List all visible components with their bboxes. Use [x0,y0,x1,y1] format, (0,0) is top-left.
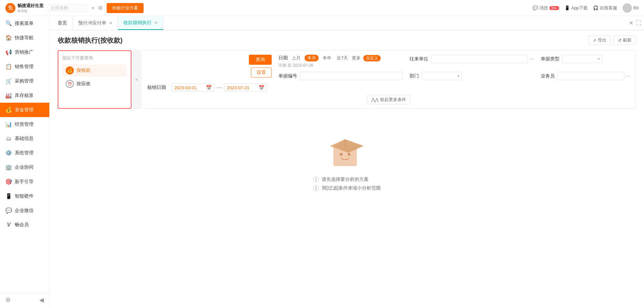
cal-start-icon[interactable]: 📅 [206,85,212,90]
doc-icon: 🗂 [5,136,12,142]
date-last-month[interactable]: 上月 [290,55,302,61]
partner-label: 往来单位 [410,56,428,62]
filter-option-by-receipt[interactable]: 💰 按收款 [62,64,127,76]
finance-icon: 💰 [5,107,12,113]
message-icon: 💬 [533,5,538,10]
sidebar-label-marketing: 营销推广 [15,49,34,55]
sidebar: 🔍 搜索菜单 🏠 快捷导航 📢 营销推广 📋 销售管理 🛒 采购管理 🏭 库存核… [0,16,50,307]
sidebar-label-quick-nav: 快捷导航 [15,35,34,41]
date-custom-badge[interactable]: 自定义 [363,55,381,61]
query-btn[interactable]: 查询 [249,55,272,65]
cal-end-icon[interactable]: 📅 [259,85,264,90]
staff-dots[interactable]: ··· [626,73,630,79]
filter-option-receivable-label: 按应收 [76,81,91,87]
tab-receipt-verify[interactable]: 收款核销执行 ✕ [118,16,163,30]
sidebar-item-purchase[interactable]: 🛒 采购管理 [0,74,49,88]
empty-hint-1-text: 请先选择要分析的方案 [322,176,369,183]
sidebar-collapse-icon[interactable]: ◀ [39,296,44,304]
sidebar-item-system[interactable]: ⚙️ 系统管理 [0,146,49,160]
collapse-conditions-btn[interactable]: ⋀⋀ 收起更多条件 [367,95,411,104]
filter-scheme-panel: 按以下方案查询 💰 按收款 ⏰ 按应收 [58,50,131,109]
empty-num-2: 2 [313,185,319,191]
empty-svg [327,134,367,171]
tab-prepay[interactable]: 预付冲应付单 ✕ [73,16,118,30]
tab-fullscreen-btn[interactable]: ⛶ [636,20,641,26]
online-service-btn[interactable]: 🎧 在线客服 [593,5,617,11]
sidebar-item-member[interactable]: V 畅会员 [0,218,49,232]
doctype-label: 单据类型 [541,56,559,62]
empty-state: 1 请先选择要分析的方案 2 用[过滤]条件来缩小分析范围 [58,114,636,211]
sidebar-item-basic-info[interactable]: 🗂 基础信息 [0,132,49,146]
staff-input-wrap: ··· [557,72,630,80]
refresh-btn[interactable]: ↺ 刷新 [613,36,636,45]
date-options: 上月 本月 本年 近7天 更多 自定义 [290,55,381,61]
logo-char: 兔 [8,4,13,11]
gear-icon[interactable]: ⚙ [98,5,103,11]
collapse-chevron-icon: « [136,77,138,82]
doctype-select[interactable] [562,55,602,63]
sidebar-item-quick-nav[interactable]: 🏠 快捷导航 [0,31,49,45]
export-icon: ↗ [593,38,596,43]
sidebar-item-newbie[interactable]: 🎯 新手引导 [0,174,49,189]
verify-date-end-input[interactable] [227,85,257,90]
tab-receipt-verify-close[interactable]: ✕ [154,20,158,25]
warehouse-icon: 🏭 [5,92,12,99]
logo-icon: 兔 [5,3,15,13]
dropdown-icon[interactable]: ▾ [92,6,94,10]
sidebar-item-sales[interactable]: 📋 销售管理 [0,59,49,74]
user-name: Rit [633,5,639,10]
doctype-label-row: 单据类型 ▾ [541,55,630,63]
app-download-btn[interactable]: 📱 App下载 [565,5,588,11]
sidebar-item-operations[interactable]: 📊 经营管理 [0,117,49,132]
filter-settings-btn[interactable]: 设置 [251,67,272,78]
refresh-label: 刷新 [623,37,632,43]
partner-input[interactable] [431,55,528,63]
sidebar-item-marketing[interactable]: 📢 营销推广 [0,45,49,59]
svg-point-3 [340,153,342,156]
export-btn[interactable]: ↗ 导出 [588,36,611,45]
company-input[interactable] [48,4,88,11]
tab-close-all-btn[interactable]: ✕ [629,20,633,26]
search-icon: 🔍 [5,20,12,27]
sidebar-settings-icon[interactable]: ⚙ [5,296,11,304]
chart-icon: 📊 [5,121,12,127]
date-label: 日期 [278,55,288,61]
message-btn[interactable]: 💬 消息 99+ [533,5,559,11]
filter-dept-cell: 部门 ▾ [410,72,534,80]
user-menu[interactable]: Rit [623,3,639,13]
sidebar-bottom: ⚙ ◀ [0,293,49,307]
date-this-year[interactable]: 本年 [321,55,333,61]
message-badge: 99+ [549,6,559,10]
filter-date-cell: 日期 上月 本月 本年 近7天 更多 自定义 [278,55,403,68]
svg-point-4 [348,153,351,156]
sidebar-item-smart-hardware[interactable]: 📱 智能硬件 [0,189,49,203]
app-badge: 标准版 [17,9,44,13]
date-last-7[interactable]: 近7天 [335,55,349,61]
partner-label-row: 往来单位 ··· [410,55,534,63]
main-layout: 🔍 搜索菜单 🏠 快捷导航 📢 营销推广 📋 销售管理 🛒 采购管理 🏭 库存核… [0,16,644,307]
sidebar-item-inventory[interactable]: 🏭 库存核算 [0,88,49,103]
tab-bar: 首页 预付冲应付单 ✕ 收款核销执行 ✕ ✕ ⛶ [50,16,644,30]
sidebar-item-finance[interactable]: 💰 资金管理 [0,103,49,117]
staff-input[interactable] [557,72,625,80]
sidebar-item-search-menu[interactable]: 🔍 搜索菜单 [0,16,49,31]
docno-input[interactable] [300,72,403,80]
date-this-month[interactable]: 本月 [305,55,319,61]
filter-collapse-btn[interactable]: « [133,50,140,109]
docno-label: 单据编号 [278,73,297,79]
verify-date-start-input[interactable] [174,85,205,90]
filter-option-by-receivable[interactable]: ⏰ 按应收 [62,78,127,90]
dept-select-wrap: ▾ [422,72,462,80]
industry-btn[interactable]: 休验行业方案 [107,3,144,13]
sidebar-item-enterprise[interactable]: 🏢 企业协同 [0,160,49,174]
date-more[interactable]: 更多 [352,55,361,61]
partner-input-wrap: ··· [431,55,534,63]
tab-prepay-close[interactable]: ✕ [109,21,112,25]
sidebar-item-wechat[interactable]: 💬 企业微信 [0,203,49,218]
partner-dots[interactable]: ··· [529,56,534,62]
logo-text-group: 畅捷通好生意 标准版 [17,3,44,13]
filter-partner-cell: 往来单位 ··· [410,55,534,63]
tab-home[interactable]: 首页 [52,16,73,30]
dept-select[interactable] [422,72,462,80]
filter-scheme-title: 按以下方案查询 [62,55,127,61]
